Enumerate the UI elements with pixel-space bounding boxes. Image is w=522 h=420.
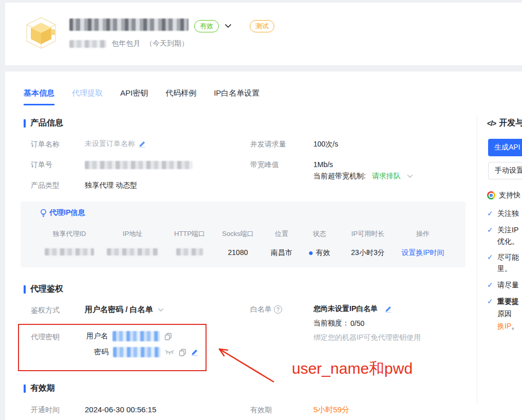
order-name-label: 订单名称 — [31, 140, 60, 149]
proxy-secret-label: 代理密钥 — [31, 333, 60, 342]
whitelist-value: 您尚未设置IP白名单 — [313, 304, 378, 314]
concurrency-label: 并发请求量 — [250, 140, 286, 149]
table-row-duration: 23小时3分 — [351, 248, 384, 258]
tip-line: 里。 — [497, 264, 512, 273]
tip-line: 尽可能 — [497, 253, 519, 262]
tab-bar: 基本信息 代理提取 API密钥 代码样例 IP白名单设置 — [24, 88, 259, 105]
bandwidth-label: 带宽峰值 — [250, 160, 279, 170]
chevron-down-icon[interactable] — [407, 174, 413, 178]
change-ip-orange-text: 换IP — [497, 322, 511, 330]
set-ip-rotation-link[interactable]: 设置换IP时间 — [401, 248, 444, 258]
tab-ip-whitelist[interactable]: IP白名单设置 — [214, 88, 259, 105]
annotation-text: user_name和pwd — [292, 358, 413, 379]
tab-code-sample[interactable]: 代码样例 — [165, 88, 196, 105]
password-label: 密码 — [94, 348, 108, 357]
table-row-ip — [107, 248, 158, 257]
chevron-down-icon[interactable] — [158, 308, 164, 312]
col-status: 状态 — [313, 229, 326, 239]
tip-line: 原因 — [497, 309, 512, 319]
bandwidth-value: 1Mb/s — [313, 160, 333, 169]
eye-closed-icon[interactable] — [165, 350, 174, 355]
expire-text: （今天到期） — [145, 39, 189, 48]
edit-order-name-icon[interactable] — [139, 140, 146, 148]
status-dot-icon — [309, 251, 313, 255]
page: 有效 测试 包年包月 （今天到期） 基本信息 代理提取 API密钥 代码样例 I… — [0, 0, 522, 420]
chrome-tip-text: 支持快 — [499, 191, 520, 200]
check-icon: ✓ — [487, 281, 493, 289]
plan-text: 包年包月 — [111, 39, 140, 48]
tab-basic-info[interactable]: 基本信息 — [24, 88, 54, 105]
section-product-info-title: 产品信息 — [30, 118, 63, 129]
col-action: 操作 — [416, 229, 430, 239]
tip-line-important: 重要提 — [497, 297, 519, 306]
chrome-icon — [487, 191, 495, 199]
section-proxy-auth: 代理鉴权 — [24, 284, 63, 295]
table-row-socks-port: 21080 — [228, 248, 248, 257]
quota-value: 0/50 — [350, 319, 364, 327]
auth-mode-value[interactable]: 用户名密码 / 白名单 — [85, 305, 153, 315]
section-validity-title: 有效期 — [30, 383, 55, 394]
code-icon: </> — [487, 119, 496, 127]
tip-line: 优化。 — [497, 237, 519, 246]
open-time-value: 2024-06-30 00:56:15 — [85, 405, 156, 414]
bulb-icon — [40, 209, 47, 217]
section-bar — [24, 285, 26, 294]
validity-label: 有效期 — [250, 406, 272, 415]
copy-password-icon[interactable] — [179, 349, 187, 356]
tab-proxy-extract[interactable]: 代理提取 — [72, 88, 103, 105]
order-name-value: 未设置订单名称 — [85, 139, 135, 149]
table-row-status: 有效 — [309, 248, 330, 258]
section-proxy-auth-title: 代理鉴权 — [30, 284, 63, 295]
redacted-username-value — [113, 331, 160, 341]
product-type-value: 独享代理 动态型 — [85, 181, 137, 190]
col-duration: IP可用时长 — [351, 229, 384, 239]
section-validity: 有效期 — [24, 383, 55, 394]
section-bar — [24, 385, 26, 393]
section-product-info: 产品信息 — [24, 118, 63, 129]
table-row-proxy-id — [45, 248, 94, 257]
generate-api-button[interactable]: 生成API — [488, 139, 522, 156]
redacted-password-value — [113, 347, 160, 357]
edit-whitelist-icon[interactable] — [385, 305, 392, 313]
over-bandwidth-label: 当前超带宽机制: — [313, 172, 366, 181]
vertical-divider — [477, 115, 477, 403]
tip-line: 请尽量 — [497, 281, 519, 290]
table-row-http-port — [176, 248, 203, 257]
test-badge: 测试 — [250, 20, 274, 32]
concurrency-value: 100次/s — [313, 140, 338, 149]
chevron-down-icon[interactable] — [225, 24, 232, 28]
product-type-label: 产品类型 — [31, 181, 60, 190]
col-ip: IP地址 — [123, 229, 142, 239]
col-location: 位置 — [275, 229, 288, 239]
product-header-card: 有效 测试 包年包月 （今天到期） — [5, 3, 522, 65]
validity-value: 5小时59分 — [313, 405, 349, 415]
open-time-label: 开通时间 — [31, 406, 60, 415]
tip-line: 关注独 — [497, 209, 519, 218]
status-badge: 有效 — [194, 20, 219, 32]
sidebar-title: 开发与 — [499, 118, 522, 129]
redacted-order-no — [85, 161, 193, 169]
proxy-ip-info-title: 代理IP信息 — [49, 208, 85, 217]
tip-line: 关注IP — [497, 226, 518, 235]
question-icon[interactable]: ? — [274, 305, 282, 314]
edit-password-icon[interactable] — [191, 349, 198, 356]
col-http-port: HTTP端口 — [174, 229, 205, 239]
over-bandwidth-value[interactable]: 请求排队 — [372, 172, 401, 181]
whitelist-hint: 绑定您的机器IP可免代理密钥使用 — [313, 333, 421, 342]
col-socks-port: Socks端口 — [222, 229, 253, 239]
order-no-label: 订单号 — [31, 160, 52, 170]
col-proxy-id: 独享代理ID — [53, 229, 86, 239]
check-icon: ✓ — [487, 209, 493, 217]
product-cube-icon — [23, 15, 60, 52]
tab-api-key[interactable]: API密钥 — [120, 88, 148, 105]
whitelist-label: 白名单 — [250, 305, 272, 314]
manual-setting-button[interactable]: 手动设置 — [488, 162, 522, 179]
check-icon: ✓ — [487, 297, 493, 305]
quota-label: 当前额度： — [313, 319, 349, 328]
annotation-arrow — [208, 337, 283, 388]
check-icon: ✓ — [487, 226, 493, 234]
table-row-location: 南昌市 — [271, 248, 292, 258]
check-icon: ✓ — [487, 253, 493, 261]
copy-username-icon[interactable] — [164, 333, 172, 340]
redacted-plan-prefix — [69, 40, 106, 48]
